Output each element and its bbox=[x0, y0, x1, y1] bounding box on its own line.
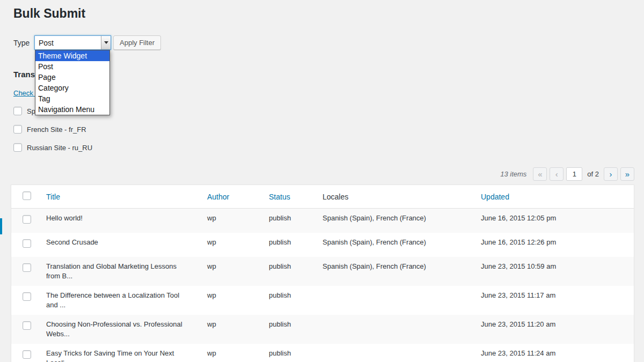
chevron-down-icon bbox=[101, 36, 111, 49]
apply-filter-button[interactable]: Apply Filter bbox=[113, 35, 161, 50]
row-author: wp bbox=[199, 344, 261, 362]
locale-label: Russian Site - ru_RU bbox=[27, 144, 92, 152]
column-header-title[interactable]: Title bbox=[38, 185, 199, 209]
row-checkbox[interactable] bbox=[23, 350, 31, 359]
row-status: publish bbox=[261, 233, 314, 257]
dropdown-option-tag[interactable]: Tag bbox=[35, 93, 109, 104]
row-status: publish bbox=[261, 209, 314, 233]
row-title: The Difference between a Localization To… bbox=[46, 291, 190, 310]
table-row: Translation and Global Marketing Lessons… bbox=[11, 257, 634, 286]
locale-row-french[interactable]: French Site - fr_FR bbox=[13, 124, 93, 135]
row-locales bbox=[314, 286, 473, 315]
dropdown-option-post[interactable]: Post bbox=[35, 61, 109, 72]
admin-menu-edge-indicator bbox=[0, 218, 2, 234]
row-checkbox[interactable] bbox=[23, 263, 31, 272]
table-row: Hello world! wp publish Spanish (Spain),… bbox=[11, 209, 634, 233]
pagination: 13 items « ‹ of 2 › » bbox=[500, 166, 634, 181]
locale-row-russian[interactable]: Russian Site - ru_RU bbox=[13, 142, 93, 153]
row-checkbox[interactable] bbox=[23, 239, 31, 248]
prev-page-button[interactable]: ‹ bbox=[550, 167, 564, 181]
current-page-input[interactable] bbox=[566, 167, 582, 181]
row-locales: Spanish (Spain), French (France) bbox=[314, 209, 473, 233]
column-header-locales: Locales bbox=[314, 185, 473, 209]
column-header-author[interactable]: Author bbox=[199, 185, 261, 209]
dropdown-option-navigation-menu[interactable]: Navigation Menu bbox=[35, 104, 109, 115]
type-select[interactable]: Post bbox=[34, 35, 111, 50]
row-author: wp bbox=[199, 286, 261, 315]
row-updated: June 23, 2015 10:59 am bbox=[473, 257, 634, 286]
row-updated: June 23, 2015 11:17 am bbox=[473, 286, 634, 315]
table-header-row: Title Author Status Locales Updated bbox=[11, 185, 634, 209]
row-updated: June 23, 2015 11:24 am bbox=[473, 344, 634, 362]
row-status: publish bbox=[261, 344, 314, 362]
row-status: publish bbox=[261, 257, 314, 286]
row-locales: Spanish (Spain), French (France) bbox=[314, 233, 473, 257]
type-select-value: Post bbox=[39, 39, 54, 47]
locale-checkbox-russian[interactable] bbox=[13, 143, 22, 152]
row-locales: Spanish (Spain), French (France) bbox=[314, 257, 473, 286]
row-status: publish bbox=[261, 315, 314, 344]
dropdown-option-category[interactable]: Category bbox=[35, 83, 109, 93]
items-count: 13 items bbox=[500, 170, 526, 178]
locale-checkbox-french[interactable] bbox=[13, 125, 22, 134]
total-pages-label: of 2 bbox=[587, 170, 599, 178]
locale-label: French Site - fr_FR bbox=[27, 125, 86, 134]
row-checkbox[interactable] bbox=[23, 215, 31, 224]
row-title: Easy Tricks for Saving Time on Your Next… bbox=[46, 349, 190, 362]
row-title: Choosing Non-Professional vs. Profession… bbox=[46, 320, 190, 339]
row-updated: June 16, 2015 12:05 pm bbox=[473, 209, 634, 233]
page-title: Bulk Submit bbox=[13, 6, 85, 22]
row-status: publish bbox=[261, 286, 314, 315]
last-page-button[interactable]: » bbox=[620, 167, 634, 181]
row-locales bbox=[314, 315, 473, 344]
row-author: wp bbox=[199, 209, 261, 233]
row-locales bbox=[314, 344, 473, 362]
row-title: Translation and Global Marketing Lessons… bbox=[46, 262, 190, 281]
row-checkbox[interactable] bbox=[23, 321, 31, 330]
locale-checkbox-spanish[interactable] bbox=[13, 107, 22, 115]
table-row: Easy Tricks for Saving Time on Your Next… bbox=[11, 344, 634, 362]
row-author: wp bbox=[199, 257, 261, 286]
first-page-button[interactable]: « bbox=[533, 167, 547, 181]
row-updated: June 16, 2015 12:26 pm bbox=[473, 233, 634, 257]
type-select-dropdown: Theme Widget Post Page Category Tag Navi… bbox=[35, 50, 110, 115]
column-header-updated[interactable]: Updated bbox=[473, 185, 634, 209]
row-author: wp bbox=[199, 315, 261, 344]
bulk-submit-table: Title Author Status Locales Updated Hell… bbox=[11, 184, 634, 362]
row-author: wp bbox=[199, 233, 261, 257]
dropdown-option-theme-widget[interactable]: Theme Widget bbox=[35, 50, 109, 61]
table-row: Second Crusade wp publish Spanish (Spain… bbox=[11, 233, 634, 257]
row-title: Hello world! bbox=[46, 213, 83, 223]
table-row: Choosing Non-Professional vs. Profession… bbox=[11, 315, 634, 344]
row-checkbox[interactable] bbox=[23, 292, 31, 301]
select-all-checkbox[interactable] bbox=[23, 191, 31, 200]
dropdown-option-page[interactable]: Page bbox=[35, 72, 109, 83]
type-filter-label: Type bbox=[13, 39, 30, 47]
row-title: Second Crusade bbox=[46, 238, 98, 247]
next-page-button[interactable]: › bbox=[604, 167, 618, 181]
row-updated: June 23, 2015 11:20 am bbox=[473, 315, 634, 344]
table-row: The Difference between a Localization To… bbox=[11, 286, 634, 315]
column-header-status[interactable]: Status bbox=[261, 185, 314, 209]
